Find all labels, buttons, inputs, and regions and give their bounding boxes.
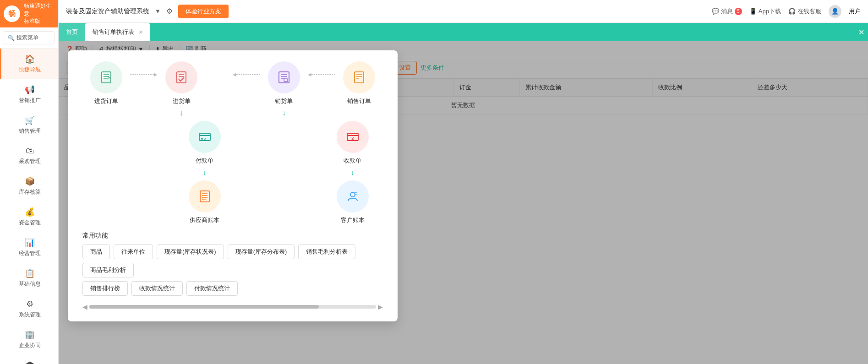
sidebar-item-label: 系统管理 — [19, 311, 41, 319]
wf-node-purchase-order: 进货订单 — [82, 61, 130, 105]
func-btn-stock-distribution[interactable]: 现存量(库存分布表) — [228, 244, 295, 259]
sidebar-item-sales[interactable]: 🛒 销售管理 — [0, 110, 58, 141]
receipt-icon: ¥ — [345, 130, 360, 144]
sidebar-item-marketing[interactable]: 📢 营销推广 — [0, 79, 58, 110]
tab-bar: 首页 销售订单执行表 × ✕ — [59, 23, 868, 41]
func-btn-stock-status[interactable]: 现存量(库存状况表) — [157, 244, 224, 259]
sidebar-item-finance[interactable]: 💰 资金管理 — [0, 201, 58, 232]
svg-point-28 — [350, 192, 355, 197]
purchase-order-circle[interactable] — [90, 61, 122, 93]
experience-button[interactable]: 体验行业方案 — [178, 5, 229, 18]
sidebar-item-operation[interactable]: 📊 经营管理 — [0, 232, 58, 263]
workflow-arrow-row: ↓ ↓ — [82, 109, 383, 117]
popup-scrollbar-area: ◀ ▶ — [82, 303, 383, 310]
search-menu-button[interactable]: 🔍 搜索菜单 — [4, 31, 55, 44]
func-btn-sales-ranking[interactable]: 销售排行榜 — [82, 281, 128, 296]
payment-circle[interactable]: ¥ — [189, 121, 221, 153]
purchase-bill-label: 进货单 — [173, 97, 191, 105]
online-service-button[interactable]: 🎧 在线客服 — [788, 7, 821, 16]
func-btn-product[interactable]: 商品 — [82, 244, 110, 259]
main-content: 装备及固定资产辅助管理系统 ▼ ⚙ 体验行业方案 💬 消息 5 📱 App下载 … — [59, 0, 868, 364]
receipt-label: 收款单 — [344, 157, 361, 165]
customer-account-circle[interactable] — [337, 180, 369, 212]
message-button[interactable]: 💬 消息 5 — [712, 7, 742, 16]
sidebar-item-label: 企业协同 — [19, 342, 41, 349]
sidebar-item-newbie[interactable]: 🎓 新手引导 — [0, 355, 58, 364]
app-download-button[interactable]: 📱 App下载 — [749, 7, 781, 16]
sidebar-item-label: 销售管理 — [19, 127, 41, 135]
sidebar-item-system[interactable]: ⚙ 系统管理 — [0, 293, 58, 324]
sidebar-item-inventory[interactable]: 📦 库存核算 — [0, 171, 58, 201]
wf-node-customer-account: 客户账本 — [322, 180, 383, 224]
sidebar: 畅 畅康通好生意 标准版 🔍 搜索菜单 🏠 快捷导航 📢 营销推广 🛒 — [0, 0, 59, 364]
supplier-account-label: 供应商账本 — [190, 216, 219, 224]
sidebar-item-quick-guide[interactable]: 🏠 快捷导航 — [0, 49, 58, 79]
scrollbar-thumb[interactable] — [89, 305, 319, 309]
newbie-icon: 🎓 — [25, 360, 35, 364]
purchase-bill-circle[interactable] — [165, 61, 197, 93]
system-dropdown-icon[interactable]: ▼ — [155, 8, 161, 15]
scrollbar-track[interactable] — [89, 305, 376, 309]
sidebar-item-purchase[interactable]: 🛍 采购管理 — [0, 141, 58, 171]
purchase-bill-icon — [174, 70, 189, 85]
purchase-order-icon — [99, 70, 114, 85]
func-btn-receipt-stats[interactable]: 收款情况统计 — [131, 281, 183, 296]
func-buttons-row-1: 商品 往来单位 现存量(库存状况表) 现存量(库存分布表) 销售毛利分析表 商品… — [82, 244, 383, 277]
popup-overlay[interactable]: 进货订单 ▶ — [59, 41, 868, 364]
receipt-circle[interactable]: ¥ — [337, 121, 369, 153]
app-icon: 📱 — [749, 8, 757, 15]
sales-bill-circle[interactable] — [268, 61, 300, 93]
sidebar-item-label: 快捷导航 — [19, 66, 41, 74]
tab-bar-close-icon[interactable]: ✕ — [858, 28, 864, 37]
tab-sales-order-execution[interactable]: 销售订单执行表 × — [85, 23, 150, 41]
avatar-icon: 👤 — [831, 8, 839, 15]
system-icon: ⚙ — [26, 299, 33, 309]
sidebar-item-enterprise[interactable]: 🏢 企业协同 — [0, 324, 58, 355]
common-funcs-title: 常用功能 — [82, 232, 383, 240]
purchase-order-label: 进货订单 — [94, 97, 118, 105]
sidebar-nav: 🏠 快捷导航 📢 营销推广 🛒 销售管理 🛍 采购管理 📦 库存核算 💰 — [0, 49, 58, 364]
sidebar-search: 🔍 搜索菜单 — [0, 27, 58, 49]
system-title: 装备及固定资产辅助管理系统 — [66, 7, 149, 16]
common-functions: 常用功能 商品 往来单位 现存量(库存状况表) 现存量(库存分布表) 销售毛利分… — [82, 232, 383, 296]
message-icon: 💬 — [712, 8, 719, 15]
func-btn-product-profit[interactable]: 商品毛利分析 — [82, 263, 134, 277]
scroll-left-icon[interactable]: ◀ — [82, 303, 87, 310]
svg-rect-11 — [284, 79, 288, 81]
workflow-row-1: 进货订单 ▶ — [82, 61, 383, 105]
tab-close-icon[interactable]: × — [139, 28, 142, 36]
func-btn-payment-stats[interactable]: 付款情况统计 — [186, 281, 238, 296]
arrow-so-to-sb: ◀ — [308, 72, 335, 95]
settings-icon[interactable]: ⚙ — [166, 7, 173, 16]
supplier-account-circle[interactable] — [189, 180, 221, 212]
svg-rect-12 — [355, 72, 364, 83]
sales-bill-icon — [277, 70, 291, 85]
wf-node-purchase-bill: 进货单 — [158, 61, 205, 105]
workflow-diagram: 进货订单 ▶ — [82, 61, 383, 224]
payment-label: 付款单 — [196, 157, 213, 165]
sidebar-item-label: 资金管理 — [19, 219, 41, 227]
home-tab-label: 首页 — [66, 28, 78, 36]
wf-node-sales-bill: 销货单 — [260, 61, 308, 105]
header-actions: 💬 消息 5 📱 App下载 🎧 在线客服 👤 用户 — [712, 5, 861, 18]
svg-point-18 — [201, 138, 203, 140]
svg-rect-4 — [177, 72, 186, 83]
sales-order-circle[interactable] — [343, 61, 375, 93]
supplier-account-icon — [197, 189, 212, 204]
basic-info-icon: 📋 — [25, 268, 35, 278]
func-btn-sales-profit[interactable]: 销售毛利分析表 — [298, 244, 355, 259]
scroll-right-icon[interactable]: ▶ — [378, 303, 383, 310]
tab-home[interactable]: 首页 — [59, 23, 85, 41]
sidebar-item-basic-info[interactable]: 📋 基础信息 — [0, 263, 58, 293]
func-btn-counterparty[interactable]: 往来单位 — [114, 244, 153, 259]
wf-node-receipt: ¥ 收款单 — [322, 121, 383, 165]
sales-icon: 🛒 — [25, 115, 35, 125]
finance-icon: 💰 — [25, 207, 35, 217]
sidebar-item-label: 经营管理 — [19, 250, 41, 257]
sales-order-label: 销售订单 — [347, 97, 371, 105]
sales-bill-label: 销货单 — [275, 97, 293, 105]
svg-text:¥: ¥ — [203, 137, 206, 141]
workflow-arrow-row-2: ↓ ↓ — [82, 168, 383, 177]
user-avatar[interactable]: 👤 — [829, 5, 841, 18]
wf-node-supplier-account: 供应商账本 — [174, 180, 235, 224]
